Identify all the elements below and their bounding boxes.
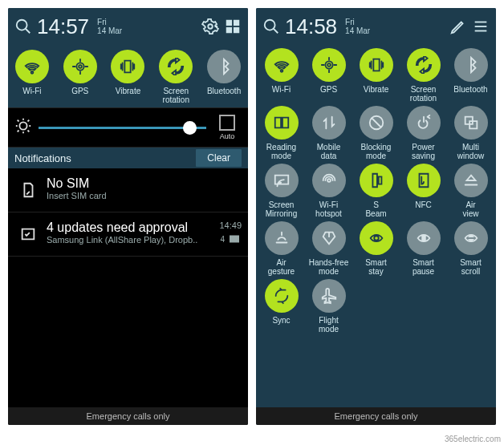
toggle-label: GPS xyxy=(320,85,337,103)
brightness-icon xyxy=(14,117,32,138)
multiwindow-icon[interactable] xyxy=(454,106,488,140)
notification-title: No SIM xyxy=(47,176,242,191)
auto-brightness-label: Auto xyxy=(220,132,235,140)
blocking-icon[interactable] xyxy=(360,106,393,140)
mobiledata-icon[interactable] xyxy=(312,106,346,140)
toggle-label: Wi-Fi xyxy=(272,85,291,103)
svg-rect-8 xyxy=(475,22,487,23)
gps-icon[interactable] xyxy=(312,48,346,82)
rotate-icon[interactable] xyxy=(159,50,193,83)
svg-rect-3 xyxy=(234,20,239,26)
toggle-smartpause[interactable]: Smartpause xyxy=(400,221,447,276)
footer-right: Emergency calls only xyxy=(256,407,496,425)
auto-brightness-checkbox[interactable] xyxy=(219,115,235,131)
airgesture-icon[interactable] xyxy=(265,221,299,255)
smartscroll-icon[interactable] xyxy=(454,221,488,255)
toggle-wifi[interactable]: Wi-Fi xyxy=(258,48,305,103)
search-icon[interactable] xyxy=(262,18,280,35)
toggle-smartstay[interactable]: Smartstay xyxy=(352,221,400,276)
wifi-icon[interactable] xyxy=(15,50,49,83)
bluetooth-icon[interactable] xyxy=(454,48,488,82)
toggle-label: Smartstay xyxy=(365,258,387,276)
hotspot-icon[interactable] xyxy=(312,164,346,197)
brightness-slider[interactable] xyxy=(39,127,206,129)
notification-item[interactable]: No SIM Insert SIM card xyxy=(8,168,248,212)
notification-subtitle: Insert SIM card xyxy=(47,191,242,200)
vibrate-icon[interactable] xyxy=(111,50,144,83)
toggle-hotspot[interactable]: Wi-Fihotspot xyxy=(305,164,352,218)
svg-rect-5 xyxy=(234,27,239,33)
reading-icon[interactable] xyxy=(265,106,299,140)
grid-icon[interactable] xyxy=(224,18,242,35)
clock-time: 14:57 xyxy=(37,14,89,39)
svg-rect-2 xyxy=(226,20,232,26)
handsfree-icon[interactable] xyxy=(312,221,346,255)
toggle-label: Screenrotation xyxy=(410,85,437,103)
mirroring-icon[interactable] xyxy=(265,164,299,197)
airview-icon[interactable] xyxy=(454,164,488,197)
toggle-sync[interactable]: Sync xyxy=(258,279,305,334)
toggle-handsfree[interactable]: Hands-freemode xyxy=(305,221,352,276)
toggle-label: Wi-Fihotspot xyxy=(315,200,342,218)
toggle-blocking[interactable]: Blockingmode xyxy=(352,106,400,160)
svg-point-0 xyxy=(17,20,27,30)
toggle-smartscroll[interactable]: Smartscroll xyxy=(447,221,494,276)
smartpause-icon[interactable] xyxy=(407,221,441,255)
toggle-mirroring[interactable]: ScreenMirroring xyxy=(258,164,305,218)
toggle-sbeam[interactable]: SBeam xyxy=(352,164,400,218)
toggle-mobiledata[interactable]: Mobiledata xyxy=(305,106,352,160)
notification-count: 4 xyxy=(220,232,242,246)
smartstay-icon[interactable] xyxy=(360,221,393,255)
toggle-label: SBeam xyxy=(365,200,386,218)
toggle-vibrate[interactable]: Vibrate xyxy=(104,50,151,104)
sbeam-icon[interactable] xyxy=(360,164,393,197)
toggle-multiwindow[interactable]: Multiwindow xyxy=(447,106,494,160)
toggle-airview[interactable]: Airview xyxy=(447,164,494,218)
toggle-label: ScreenMirroring xyxy=(266,200,297,218)
rotate-icon[interactable] xyxy=(407,48,441,82)
notification-panel-collapsed: 14:57 Fri14 Mar Wi-Fi GPS Vibrate Screen… xyxy=(8,8,248,425)
toggle-label: Airview xyxy=(462,200,478,218)
toggle-rotate[interactable]: Screenrotation xyxy=(152,50,199,104)
toggle-power[interactable]: Powersaving xyxy=(400,106,447,160)
power-icon[interactable] xyxy=(407,106,441,140)
toggle-nfc[interactable]: NFC xyxy=(400,164,447,218)
clear-button[interactable]: Clear xyxy=(196,149,242,167)
notification-list: No SIM Insert SIM card 4 updates need ap… xyxy=(8,168,248,257)
pencil-icon[interactable] xyxy=(449,18,467,35)
flight-icon[interactable] xyxy=(312,279,346,313)
brightness-thumb[interactable] xyxy=(183,121,197,135)
wifi-icon[interactable] xyxy=(265,48,299,82)
clock-date: Fri14 Mar xyxy=(345,18,370,35)
svg-rect-4 xyxy=(226,27,232,33)
toggle-bluetooth[interactable]: Bluetooth xyxy=(201,50,247,104)
search-icon[interactable] xyxy=(14,18,32,35)
toggle-label: Vibrate xyxy=(116,87,141,104)
gear-icon[interactable] xyxy=(201,18,219,35)
nfc-icon[interactable] xyxy=(407,164,441,197)
toggle-flight[interactable]: Flightmode xyxy=(305,279,352,334)
notifications-header: Notifications Clear xyxy=(8,148,248,168)
sync-icon[interactable] xyxy=(265,279,299,313)
clock-date: Fri14 Mar xyxy=(97,18,122,35)
notification-title: 4 updates need approval xyxy=(47,220,219,235)
toggle-wifi[interactable]: Wi-Fi xyxy=(9,50,55,104)
toggle-label: Smartscroll xyxy=(460,258,482,276)
more-icon[interactable] xyxy=(472,18,490,35)
notification-item[interactable]: 4 updates need approval Samsung Link (Al… xyxy=(8,212,248,257)
toggle-reading[interactable]: Readingmode xyxy=(258,106,305,160)
toggle-label: Vibrate xyxy=(364,85,389,103)
toggle-airgesture[interactable]: Airgesture xyxy=(258,221,305,276)
toggle-gps[interactable]: GPS xyxy=(57,50,104,104)
toggle-label: NFC xyxy=(415,200,432,218)
gps-icon[interactable] xyxy=(63,50,97,83)
toggle-label: Hands-freemode xyxy=(309,258,348,276)
toggle-vibrate[interactable]: Vibrate xyxy=(352,48,400,103)
bluetooth-icon[interactable] xyxy=(207,50,241,83)
toggle-rotate[interactable]: Screenrotation xyxy=(400,48,447,103)
toggle-gps[interactable]: GPS xyxy=(305,48,352,103)
toggle-label: Bluetooth xyxy=(207,87,241,104)
toggle-bluetooth[interactable]: Bluetooth xyxy=(447,48,494,103)
vibrate-icon[interactable] xyxy=(360,48,393,82)
notification-time: 14:49 xyxy=(219,220,242,230)
